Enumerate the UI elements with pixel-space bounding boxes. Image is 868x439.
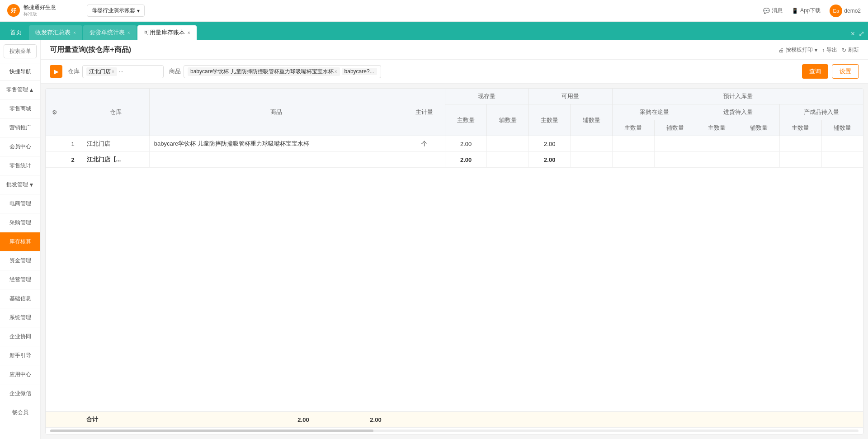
logo-icon: 好 <box>7 4 20 17</box>
user-profile[interactable]: Ea demo2 <box>830 5 861 17</box>
chevron-down-icon: ▾ <box>137 8 140 14</box>
tab-receive-summary[interactable]: 收发存汇总表 × <box>29 25 82 40</box>
close-tab-available-stock[interactable]: × <box>188 30 190 35</box>
sidebar-item-enterprise-collab[interactable]: 企业协同 <box>0 327 40 346</box>
sidebar-item-finance-mgmt[interactable]: 资金管理 <box>0 251 40 270</box>
td-pw-main <box>613 136 655 152</box>
sidebar-item-marketing[interactable]: 营销推广 <box>0 118 40 137</box>
product-filter-group: 商品 babycare学饮杯 儿童防摔防撞吸管杯重力球吸嘴杯宝宝水杯 × bab… <box>169 65 381 78</box>
td-curr-aux-2 <box>487 152 529 168</box>
close-all-icon[interactable]: × <box>851 30 855 38</box>
tab-order-stats[interactable]: 要货单统计表 × <box>83 25 137 40</box>
product-tag-1: babycare学饮杯 儿童防摔防撞吸管杯重力球吸嘴杯宝宝水杯 × <box>188 67 340 76</box>
sidebar-item-wholesale-mgmt[interactable]: 批发管理 ▼ <box>0 175 40 194</box>
td-pp-main <box>780 136 822 152</box>
th-cs-aux-2: 辅数量 <box>487 104 529 136</box>
close-tab-receive[interactable]: × <box>73 30 76 35</box>
sidebar-item-system-mgmt[interactable]: 系统管理 <box>0 308 40 327</box>
tab-bar: 首页 收发存汇总表 × 要货单统计表 × 可用量库存账本 × × ⤢ <box>0 22 868 40</box>
td-gear <box>46 136 64 152</box>
tab-available-stock[interactable]: 可用量库存账本 × <box>137 25 197 40</box>
th-in-aux-3: 辅数量 <box>738 120 780 136</box>
th-pw-g: 采购在途量 <box>613 104 696 120</box>
th-av-aux-2: 辅数量 <box>571 104 613 136</box>
main-layout: 搜索菜单 快捷导航 零售管理 ▲ 零售商城 营销推广 会员中心 零售统计 批发管… <box>0 40 868 439</box>
td-curr-main-2: 2.00 <box>445 152 487 168</box>
logo: 好 畅捷通好生意 标准版 <box>7 4 80 17</box>
sidebar-item-retail-mall[interactable]: 零售商城 <box>0 99 40 118</box>
sidebar-item-purchase-mgmt[interactable]: 采购管理 <box>0 213 40 232</box>
td-pp-main-2 <box>780 152 822 168</box>
sidebar-item-member-center[interactable]: 会员中心 <box>0 137 40 156</box>
quick-nav-btn[interactable]: 快捷导航 <box>0 63 40 80</box>
main-table: ⚙ 仓库 商品 主计量 现存量 可用量 预计入库量 主数量 辅数量 主数量 辅数… <box>46 89 863 168</box>
td-in-main-2 <box>696 152 738 168</box>
sidebar-item-app-center[interactable]: 应用中心 <box>0 365 40 384</box>
th-gear-g[interactable]: ⚙ <box>46 89 64 136</box>
product-label: 商品 <box>169 67 181 76</box>
sidebar-item-new-guide[interactable]: 新手引导 <box>0 346 40 365</box>
industry-select[interactable]: 母婴行业演示账套 ▾ <box>87 5 145 17</box>
page-title-row: 可用量查询(按仓库+商品) 🖨 按模板打印 ▾ ↑ 导出 ↻ 刷新 <box>50 45 859 59</box>
remove-warehouse-tag[interactable]: × <box>112 69 114 74</box>
search-menu-btn[interactable]: 搜索菜单 <box>4 44 37 58</box>
settings-button[interactable]: 设置 <box>832 64 859 79</box>
filter-toggle-btn[interactable]: ▶ <box>50 65 62 78</box>
filter-actions: 查询 设置 <box>802 64 859 79</box>
sidebar-item-retail-stats[interactable]: 零售统计 <box>0 156 40 175</box>
close-tab-order-stats[interactable]: × <box>127 30 130 35</box>
th-warehouse-g: 仓库 <box>82 89 149 136</box>
query-button[interactable]: 查询 <box>802 64 828 79</box>
scroll-thumb[interactable] <box>50 430 373 432</box>
sidebar-item-basic-info[interactable]: 基础信息 <box>0 289 40 308</box>
export-btn[interactable]: ↑ 导出 <box>822 46 837 54</box>
warehouse-label: 仓库 <box>68 67 80 76</box>
sidebar: 搜索菜单 快捷导航 零售管理 ▲ 零售商城 营销推广 会员中心 零售统计 批发管… <box>0 40 41 439</box>
th-num-g <box>64 89 82 136</box>
sidebar-item-operations-mgmt[interactable]: 经营管理 <box>0 270 40 289</box>
td-pp-aux <box>821 136 863 152</box>
sidebar-item-enterprise-wechat[interactable]: 企业微信 <box>0 384 40 403</box>
product-input[interactable]: babycare学饮杯 儿童防摔防撞吸管杯重力球吸嘴杯宝宝水杯 × babyca… <box>184 65 381 78</box>
footer-label: 合计 <box>86 415 123 424</box>
logo-texts: 畅捷通好生意 标准版 <box>24 4 56 17</box>
td-num-2: 2 <box>64 152 82 168</box>
print-btn[interactable]: 🖨 按模板打印 ▾ <box>778 46 817 54</box>
sidebar-item-retail-mgmt[interactable]: 零售管理 ▲ <box>0 80 40 99</box>
refresh-icon: ↻ <box>842 47 846 53</box>
top-bar-right: 💬 消息 📱 App下载 Ea demo2 <box>763 5 861 17</box>
app-download-btn[interactable]: 📱 App下载 <box>792 7 821 14</box>
sidebar-item-member[interactable]: 畅会员 <box>0 403 40 422</box>
th-product-g: 商品 <box>149 89 403 136</box>
page-header: 可用量查询(按仓库+商品) 🖨 按模板打印 ▾ ↑ 导出 ↻ 刷新 <box>41 40 868 60</box>
footer-curr-main: 2.00 <box>285 416 321 423</box>
remove-product-tag-1[interactable]: × <box>335 69 337 74</box>
th-pw-main-3: 主数量 <box>613 120 655 136</box>
page-header-actions: 🖨 按模板打印 ▾ ↑ 导出 ↻ 刷新 <box>778 46 859 54</box>
sidebar-item-inventory-check[interactable]: 库存核算 <box>0 232 40 251</box>
table-row: 1 江北门店 babycare学饮杯 儿童防摔防撞吸管杯重力球吸嘴杯宝宝水杯 个… <box>46 136 863 152</box>
th-pp-g: 产成品待入量 <box>780 104 863 120</box>
th-cs-g: 现存量 <box>445 89 528 104</box>
scroll-bar-area <box>46 427 863 434</box>
th-av-g: 可用量 <box>528 89 612 104</box>
tab-home[interactable]: 首页 <box>4 25 28 40</box>
filter-bar: ▶ 仓库 江北门店 × ··· 商品 babycare学饮杯 儿童防摔防撞吸管杯… <box>41 60 868 84</box>
refresh-btn[interactable]: ↻ 刷新 <box>842 46 859 54</box>
sidebar-item-ecommerce-mgmt[interactable]: 电商管理 <box>0 194 40 213</box>
export-icon: ↑ <box>822 47 825 53</box>
td-pw-main-2 <box>613 152 655 168</box>
footer-avail-main: 2.00 <box>358 416 394 423</box>
td-pw-aux <box>654 136 696 152</box>
warehouse-filter-group: 仓库 江北门店 × ··· <box>68 65 164 78</box>
messages-btn[interactable]: 💬 消息 <box>763 7 783 14</box>
expand-icon[interactable]: ⤢ <box>859 29 864 38</box>
td-avail-aux <box>571 136 613 152</box>
table-row: 2 江北门店【... 2.00 2.00 <box>46 152 863 168</box>
warehouse-tag: 江北门店 × <box>86 67 117 76</box>
warehouse-input[interactable]: 江北门店 × ··· <box>82 65 164 78</box>
chevron-icon-2: ▼ <box>29 182 34 188</box>
logo-sub: 标准版 <box>24 11 56 17</box>
td-warehouse: 江北门店 <box>82 136 149 152</box>
th-cs-main-2: 主数量 <box>445 104 487 136</box>
